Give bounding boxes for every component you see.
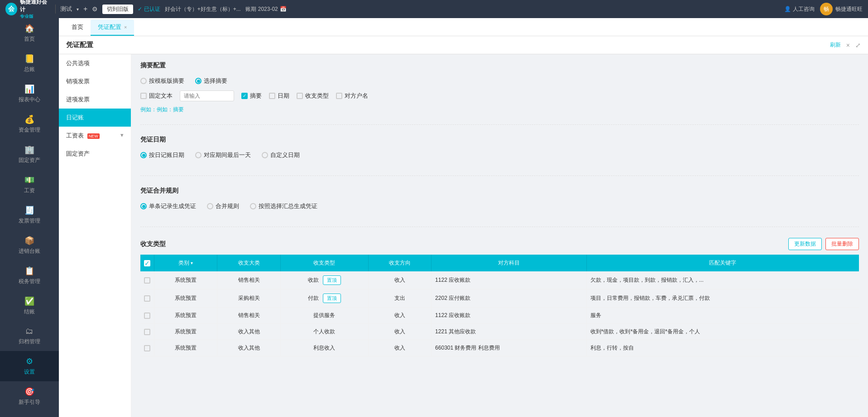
row-category: 系统预置 [154,289,217,308]
pin-button[interactable]: 置顶 [323,275,341,285]
income-type-title: 收支类型 [140,240,166,248]
checkbox-date[interactable]: 日期 [269,92,289,100]
row-subject: 1122 应收账款 [432,308,587,324]
invoices-icon: 🧾 [24,205,34,215]
summary-checkbox-row: 固定文本 摘要 日期 [140,90,859,101]
row-category: 系统预置 [154,308,217,324]
tax-icon: 📋 [24,266,34,276]
sidebar-item-reports[interactable]: 📊 报表中心 [0,79,59,109]
window-maximize-button[interactable]: ⤢ [855,42,861,49]
merge-rules-title: 凭证合并规则 [140,187,859,195]
select-all-checkbox[interactable]: ✓ [144,260,150,266]
radio-circle-select [195,78,201,84]
checkbox-fixed-text[interactable]: 固定文本 [140,92,173,100]
left-nav-fixed-assets[interactable]: 固定资产 [59,145,131,163]
voucher-date-radio-group: 按日记账日期 对应期间最后一天 自定义日期 [140,151,859,159]
row-checkbox-cell[interactable] [140,289,154,308]
tab-close-icon[interactable]: × [124,24,127,30]
sidebar-item-salary[interactable]: 💵 工资 [0,170,59,200]
checkbox-counterpart[interactable]: 对方户名 [336,92,368,100]
sidebar-item-settings[interactable]: ⚙ 设置 [0,351,59,381]
checkbox-box-fixed [140,93,147,99]
sidebar-item-assets[interactable]: 🏢 固定资产 [0,139,59,170]
radio-diary-date[interactable]: 按日记账日期 [140,151,184,159]
radio-single[interactable]: 单条记录生成凭证 [140,202,196,210]
checkbox-summary[interactable]: 摘要 [241,92,262,100]
page-title: 凭证配置 [66,41,93,49]
sidebar-item-ledger[interactable]: 📒 总账 [0,48,59,79]
tab-voucher-config[interactable]: 凭证配置 × [91,19,134,36]
sidebar-item-home[interactable]: 🏠 首页 [0,18,59,48]
left-nav-diary[interactable]: 日记账 [59,109,131,127]
refresh-button[interactable]: 刷新 [830,41,841,49]
radio-select[interactable]: 选择摘要 [195,77,227,85]
content-area: 首页 凭证配置 × 凭证配置 刷新 × ⤢ [59,18,868,417]
app-logo: 会 畅捷通好会计 专业版 [5,0,51,20]
topbar-period: 账期 2023-02 📅 [245,5,287,13]
settle-icon: ✅ [24,296,34,306]
row-subject: 660301 财务费用 利息费用 [432,340,587,356]
tab-bar: 首页 凭证配置 × [59,18,868,36]
radio-circle-summary-gen [250,203,256,209]
app-name: 畅捷通好会计 [20,0,51,14]
sidebar-item-label: 新手引导 [19,398,40,406]
sidebar-item-purchase[interactable]: 📦 进销台账 [0,230,59,261]
sidebar-item-archive[interactable]: 🗂 归档管理 [0,321,59,351]
update-data-button[interactable]: 更新数据 [788,238,822,250]
row-subject: 1122 应收账款 [432,271,587,289]
row-checkbox-cell[interactable] [140,271,154,289]
row-direction: 收入 [368,308,431,324]
row-keywords: 利息，行转，按自 [586,340,859,356]
batch-delete-button[interactable]: 批量删除 [825,238,859,250]
row-checkbox[interactable] [144,295,150,302]
sidebar-item-member[interactable]: 👑 畅会员 [0,412,59,417]
checkbox-pay-type[interactable]: 收支类型 [297,92,329,100]
left-nav-panel: 公共选项 销项发票 进项发票 日记账 工资表 NEW ▾ [59,54,131,417]
sidebar-item-settle[interactable]: ✅ 结账 [0,291,59,321]
purchase-icon: 📦 [24,236,34,246]
row-checkbox-cell[interactable] [140,308,154,324]
sidebar: 🏠 首页 📒 总账 📊 报表中心 💰 资金管理 🏢 固定资产 💵 工资 🧾 发票… [0,18,59,417]
sidebar-item-label: 总账 [24,66,35,73]
switch-version-button[interactable]: 切到旧版 [102,5,133,14]
main-layout: 🏠 首页 📒 总账 📊 报表中心 💰 资金管理 🏢 固定资产 💵 工资 🧾 发票… [0,18,868,417]
row-checkbox[interactable] [144,329,150,335]
sidebar-item-funds[interactable]: 💰 资金管理 [0,109,59,139]
th-checkbox: ✓ [140,255,154,271]
dropdown-icon[interactable]: ▾ [77,7,79,12]
add-icon[interactable]: + [83,5,87,13]
salary-icon: 💵 [24,175,34,185]
row-type: 提供服务 [280,308,368,324]
radio-custom-date[interactable]: 自定义日期 [262,151,300,159]
pin-button[interactable]: 置顶 [323,294,341,303]
radio-summary-gen[interactable]: 按照选择汇总生成凭证 [250,202,317,210]
th-keywords: 匹配关键字 [586,255,859,271]
service-button[interactable]: 👤 人工咨询 [784,5,815,13]
row-checkbox[interactable] [144,345,150,351]
sidebar-item-label: 首页 [24,35,35,43]
row-category: 系统预置 [154,340,217,356]
sidebar-item-newbie[interactable]: 🎯 新手引导 [0,381,59,412]
settings-icon[interactable]: ⚙ [92,5,98,13]
row-direction: 收入 [368,271,431,289]
left-nav-purchase-invoice[interactable]: 进项发票 [59,90,131,109]
row-checkbox[interactable] [144,313,150,319]
sidebar-item-tax[interactable]: 📋 税务管理 [0,261,59,291]
fixed-text-input[interactable] [180,90,234,101]
left-nav-salary-table[interactable]: 工资表 NEW ▾ [59,127,131,145]
left-nav-sales-invoice[interactable]: 销项发票 [59,72,131,90]
calendar-icon[interactable]: 📅 [280,6,287,12]
window-close-button[interactable]: × [846,42,850,49]
row-checkbox-cell[interactable] [140,340,154,356]
row-keywords: 项目，日常费用，报销款，车费，承兑汇票，付款 [586,289,859,308]
avatar: 畅 [820,3,833,15]
row-checkbox[interactable] [144,277,150,284]
radio-period-last[interactable]: 对应期间最后一天 [195,151,251,159]
radio-template[interactable]: 按模板版摘要 [140,77,184,85]
left-nav-public[interactable]: 公共选项 [59,54,131,72]
voucher-date-title: 凭证日期 [140,136,859,144]
sidebar-item-invoices[interactable]: 🧾 发票管理 [0,200,59,230]
tab-home[interactable]: 首页 [64,19,91,36]
radio-merge[interactable]: 合并规则 [207,202,239,210]
row-checkbox-cell[interactable] [140,324,154,340]
